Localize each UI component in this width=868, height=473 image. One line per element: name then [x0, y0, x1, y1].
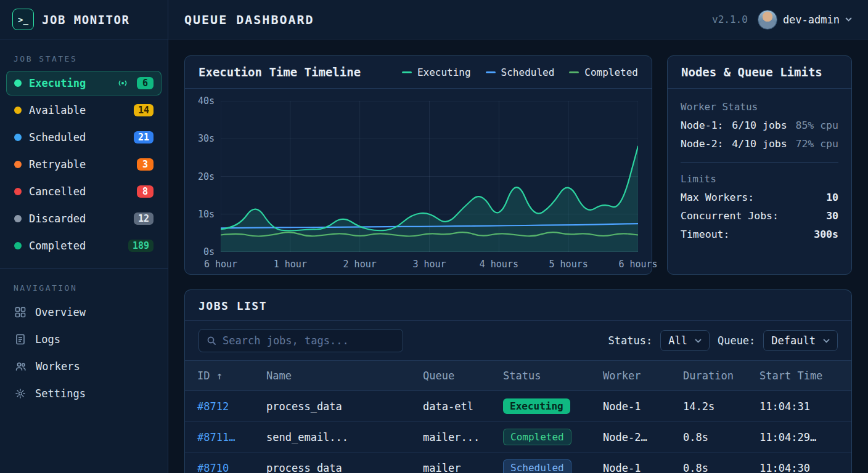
column-start-time[interactable]: Start Time [760, 370, 851, 382]
version-label: v2.1.0 [712, 14, 748, 25]
job-queue: mailer... [423, 431, 503, 443]
limit-row: Max Workers: 10 [681, 192, 838, 203]
queue-filter-value: Default [771, 334, 816, 347]
legend-swatch-executing [402, 71, 412, 73]
limit-label: Concurrent Jobs: [681, 210, 779, 222]
search-input[interactable] [223, 334, 395, 347]
job-queue: data-etl [423, 400, 503, 413]
sidebar-state-discarded[interactable]: Discarded 12 [6, 206, 162, 231]
nav-label: Logs [35, 333, 60, 346]
column-duration[interactable]: Duration [683, 370, 760, 382]
content-area: Execution Time Timeline Executing Schedu… [168, 39, 868, 473]
x-tick: 6 hours [618, 259, 657, 270]
limit-row: Concurrent Jobs: 30 [681, 210, 838, 222]
legend-item-scheduled: Scheduled [486, 67, 555, 78]
column-queue[interactable]: Queue [423, 370, 503, 382]
job-id-link[interactable]: #8711… [197, 431, 266, 443]
divider [681, 162, 838, 163]
queue-filter-select[interactable]: Default [763, 330, 838, 351]
legend-swatch-completed [569, 71, 579, 73]
main-column: QUEUE DASHBOARD v2.1.0 dev-admin Executi… [168, 0, 868, 473]
chevron-down-icon [823, 339, 830, 343]
status-filter-label: Status: [608, 334, 653, 347]
job-name: send_email... [266, 431, 423, 443]
sidebar-state-completed[interactable]: Completed 189 [6, 233, 162, 258]
queue-filter-label: Queue: [718, 334, 755, 347]
document-icon [15, 334, 26, 345]
user-menu[interactable]: dev-admin [758, 10, 852, 30]
sidebar-state-executing[interactable]: Executing 6 [6, 71, 162, 95]
job-duration: 0.8s [683, 462, 760, 473]
limit-label: Max Workers: [681, 192, 754, 203]
column-id[interactable]: ID ↑ [197, 370, 266, 382]
table-row[interactable]: #8711… send_email... mailer... Completed… [185, 422, 851, 453]
sidebar-item-overview[interactable]: Overview [0, 299, 168, 326]
sidebar-state-cancelled[interactable]: Cancelled 8 [6, 179, 162, 204]
job-name: process_data [266, 462, 423, 473]
available-status-dot [14, 107, 22, 114]
job-states-heading: JOB STATES [0, 39, 168, 70]
job-id-link[interactable]: #8712 [197, 400, 266, 413]
jobs-table-body: #8712 process_data data-etl Executing No… [185, 391, 851, 473]
avatar [758, 10, 777, 30]
state-label: Cancelled [29, 185, 86, 198]
search-icon [207, 336, 216, 346]
nav-label: Workers [36, 360, 80, 373]
status-badge: Executing [503, 398, 570, 414]
legend-label: Scheduled [501, 67, 555, 78]
job-duration: 14.2s [683, 400, 760, 413]
state-count-badge: 12 [134, 212, 154, 225]
discarded-status-dot [14, 215, 22, 222]
node-cpu: 85% cpu [795, 119, 838, 131]
sidebar-state-scheduled[interactable]: Scheduled 21 [6, 125, 162, 150]
nodes-card-body: Worker Status Node-1: 6/10 jobs 85% cpu … [668, 89, 851, 250]
y-tick: 40s [198, 95, 215, 107]
job-worker: Node-2… [603, 431, 683, 443]
chart-x-axis: 6 hour 1 hour 2 hour 3 hour 4 hours 5 ho… [221, 252, 638, 272]
job-id-link[interactable]: #8710 [197, 462, 266, 473]
table-row[interactable]: #8710 process_data mailer Scheduled Node… [185, 453, 851, 473]
sidebar-item-logs[interactable]: Logs [0, 326, 168, 353]
state-count-badge: 21 [134, 131, 154, 144]
y-tick: 0s [203, 246, 215, 257]
sidebar-item-workers[interactable]: Workers [0, 353, 168, 380]
state-count-badge: 8 [137, 185, 154, 198]
status-badge: Scheduled [503, 459, 571, 473]
nav-label: Overview [35, 306, 86, 318]
y-tick: 30s [198, 133, 215, 144]
jobs-card-header: JOBS LIST [185, 290, 851, 321]
x-tick: 5 hours [549, 259, 588, 270]
column-name[interactable]: Name [266, 370, 423, 382]
sidebar-item-settings[interactable]: Settings [0, 380, 168, 407]
state-label: Scheduled [29, 131, 86, 144]
node-row: Node-1: 6/10 jobs 85% cpu [681, 119, 838, 131]
sidebar-state-available[interactable]: Available 14 [6, 98, 162, 123]
state-label: Discarded [29, 212, 86, 225]
app-title: JOB MONITOR [42, 13, 129, 26]
timeline-card-title: Execution Time Timeline [199, 65, 361, 79]
top-bar: QUEUE DASHBOARD v2.1.0 dev-admin [168, 0, 868, 39]
table-row[interactable]: #8712 process_data data-etl Executing No… [185, 391, 851, 422]
topbar-right: v2.1.0 dev-admin [712, 10, 852, 30]
state-label: Executing [29, 77, 86, 89]
x-tick: 1 hour [274, 259, 307, 270]
state-count-badge: 3 [137, 158, 154, 171]
x-tick: 4 hours [480, 259, 518, 270]
legend-label: Completed [584, 67, 638, 78]
terminal-logo-icon: >_ [12, 9, 34, 30]
x-tick: 2 hour [343, 259, 377, 270]
column-worker[interactable]: Worker [603, 370, 683, 382]
job-worker: Node-1 [603, 400, 683, 413]
state-count-badge: 14 [134, 104, 154, 116]
status-filter-select[interactable]: All [660, 330, 710, 351]
nodes-queue-limits-card: Nodes & Queue Limits Worker Status Node-… [667, 55, 852, 275]
jobs-filters-row: Status: All Queue: Default [185, 321, 851, 360]
logo-row: >_ JOB MONITOR [0, 0, 168, 39]
sidebar-state-retryable[interactable]: Retryable 3 [6, 152, 162, 177]
users-icon [15, 361, 27, 372]
x-tick: 6 hour [204, 259, 237, 270]
limit-value: 30 [826, 210, 838, 222]
state-count-badge: 6 [137, 77, 154, 89]
grid-icon [15, 307, 26, 318]
column-status[interactable]: Status [503, 370, 603, 382]
